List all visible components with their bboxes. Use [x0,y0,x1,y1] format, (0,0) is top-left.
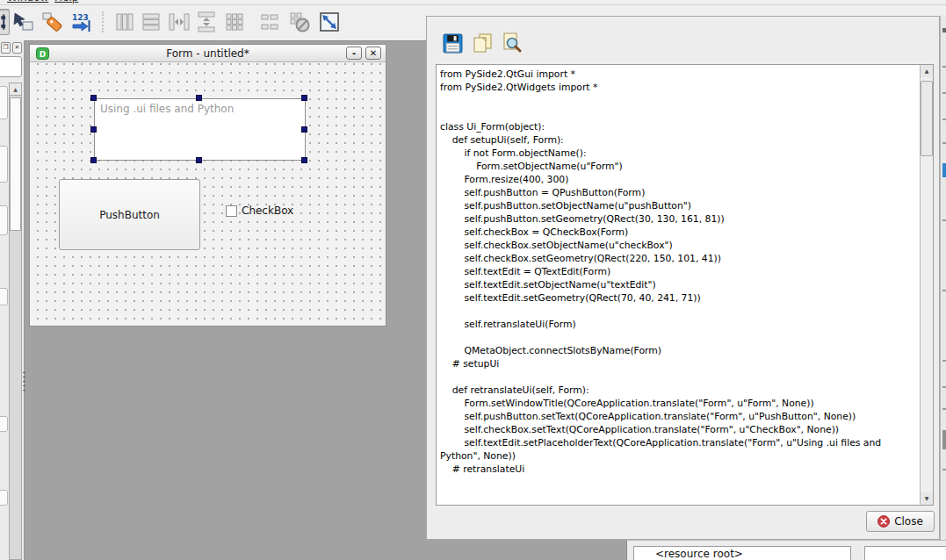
scrollbar-thumb[interactable] [10,97,21,231]
layout-horizontally-icon [113,11,136,33]
layout-grid-icon [223,11,246,33]
widget-box-item[interactable] [0,288,8,305]
layout-vertically-button[interactable] [139,9,163,35]
generated-python-code[interactable]: from PySide2.QtGui import * from PySide2… [440,68,918,476]
layout-horizontal-splitter-icon [168,11,191,33]
code-scrollbar[interactable]: ▲ ▼ [920,65,933,505]
resource-detail-box[interactable] [864,546,946,560]
form-window-title: Form - untitled* [30,47,386,60]
form-window-titlebar[interactable]: D Form - untitled* - ✕ [30,45,386,62]
layout-form-button[interactable] [257,9,282,35]
close-dialog-button[interactable]: Close [866,511,935,532]
panel-edge-mark [942,360,946,362]
scroll-up-icon[interactable]: ▲ [10,83,21,96]
panel-edge-mark [942,142,946,144]
scroll-down-icon[interactable]: ▼ [921,492,933,505]
code-view[interactable]: from PySide2.QtGui import * from PySide2… [436,64,934,506]
copy-button[interactable] [471,32,494,54]
close-button-label: Close [894,515,923,528]
code-preview-dialog: from PySide2.QtGui import * from PySide2… [426,16,940,540]
panel-edge-mark [942,28,946,32]
widget-box-panel: ❐ ✕ ▲ [0,40,25,560]
panel-edge-mark [942,290,946,291]
panel-edge-mark [942,469,946,470]
widget-box-item[interactable] [0,416,8,432]
layout-horizontal-splitter-button[interactable] [167,9,191,35]
panel-edge-mark [942,92,946,94]
panel-edge-mark [942,386,946,388]
selection-handle[interactable] [301,157,307,163]
edit-widgets-button[interactable] [0,9,10,35]
edit-widgets-icon [0,11,9,33]
edit-tab-order-button[interactable]: 123 [69,9,93,35]
selection-handle[interactable] [301,126,307,133]
pushbutton-widget[interactable]: PushButton [59,179,200,250]
menu-bar: Window Help [0,0,946,5]
widget-filter-input[interactable] [0,56,22,77]
layout-vertical-splitter-icon [195,11,218,33]
find-button[interactable] [500,32,523,54]
close-window-button[interactable]: ✕ [365,47,381,60]
menu-item-window[interactable]: Window [7,0,48,4]
save-button[interactable] [441,32,464,54]
widget-box-item[interactable] [0,205,8,235]
selection-handle[interactable] [90,95,97,101]
resource-browser-panel: <resource root> [626,540,946,560]
close-red-circle-icon [877,515,890,528]
svg-text:123: 123 [72,13,89,22]
copy-icon [472,32,494,54]
panel-edge-mark [942,408,946,410]
textedit-widget[interactable]: Using .ui files and Python [94,98,306,161]
close-panel-button[interactable]: ✕ [12,42,22,54]
panel-selected-mark [942,163,946,177]
scrollbar-thumb[interactable] [921,81,933,156]
edit-tab-order-icon: 123 [69,11,92,33]
break-layout-button[interactable] [287,9,312,35]
float-panel-button[interactable]: ❐ [1,42,11,54]
panel-edge-mark [942,66,946,68]
selection-handle[interactable] [90,157,97,163]
panel-edge-mark [942,219,946,221]
panel-splitter-handle[interactable] [23,370,25,393]
edit-signals-slots-icon [12,11,35,33]
checkbox-widget[interactable]: CheckBox [226,202,293,219]
save-icon [443,33,463,54]
edit-signals-slots-button[interactable] [11,9,36,35]
selection-handle[interactable] [196,157,202,163]
widget-box-item[interactable] [0,146,8,183]
form-editor-window: D Form - untitled* - ✕ Using .ui files a… [29,44,386,327]
widget-box-item[interactable] [0,86,8,119]
menu-item-help[interactable]: Help [54,0,78,4]
adjust-size-button[interactable] [317,9,342,35]
break-layout-icon [288,11,311,33]
edit-buddies-icon [41,11,64,33]
scroll-up-icon[interactable]: ▲ [921,65,933,77]
edit-buddies-button[interactable] [40,9,65,35]
property-panel-edge [940,16,946,540]
toolbar-separator [102,11,104,32]
layout-vertical-splitter-button[interactable] [194,9,219,35]
resource-root-item[interactable]: <resource root> [633,546,851,560]
checkbox-box[interactable] [226,205,237,217]
layout-form-icon [258,11,281,33]
checkbox-label: CheckBox [242,205,293,217]
widget-box-item[interactable] [0,490,8,506]
qt-designer-screen: Window Help [0,0,946,560]
layout-vertically-icon [140,11,162,33]
panel-scroll-mark [942,430,946,449]
find-icon [502,32,522,54]
selection-handle[interactable] [301,95,307,101]
layout-horizontally-button[interactable] [112,9,137,35]
panel-edge-mark [942,118,946,120]
adjust-size-icon [318,11,341,33]
widget-box-scrollbar[interactable]: ▲ [9,83,22,560]
form-canvas[interactable]: Using .ui files and Python PushButton Ch… [30,63,386,326]
selection-handle[interactable] [196,95,202,101]
layout-grid-button[interactable] [222,9,247,35]
minimize-button[interactable]: - [346,47,362,60]
selection-handle[interactable] [90,126,97,133]
